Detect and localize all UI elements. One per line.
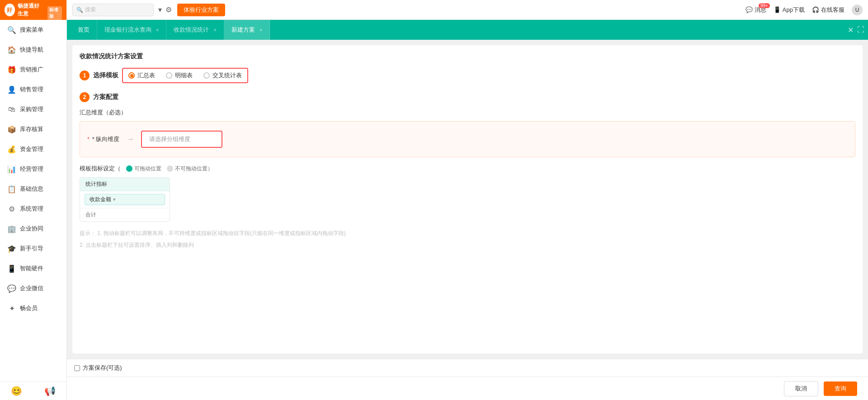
collection-amount-tag[interactable]: 收款金额 ▾ <box>85 194 165 205</box>
section2: 2 方案配置 汇总维度（必选） * * 纵向维度 → 请选择分组维度 <box>80 92 855 250</box>
stat-indicators-label: 统计指标 <box>85 180 107 188</box>
sidebar-item-label: 库存核算 <box>20 125 43 133</box>
tabbar-actions: ✕ ⛶ <box>848 26 864 34</box>
section2-header: 2 方案配置 <box>80 92 855 102</box>
hardware-icon: 📱 <box>7 264 16 273</box>
sidebar-item-label: 企业微信 <box>20 284 43 292</box>
tabbar-expand-btn[interactable]: ⛶ <box>857 26 864 34</box>
logo-icon: 好 <box>5 4 15 16</box>
radio-detail[interactable]: 明细表 <box>166 71 193 80</box>
member-icon: ✦ <box>7 304 16 313</box>
online-service-button[interactable]: 🎧 在线客服 <box>812 6 844 14</box>
content-inner: 收款情况统计方案设置 1 选择模板 汇总表 明细表 交叉统计 <box>72 45 863 353</box>
sidebar-item-guide[interactable]: 🎓 新手引导 <box>0 239 66 259</box>
tab-bank-flow-label: 现金银行流水查询 <box>104 26 151 34</box>
sidebar-item-hardware[interactable]: 📱 智能硬件 <box>0 259 66 278</box>
app-download-button[interactable]: 📱 App下载 <box>774 6 805 14</box>
query-button[interactable]: 查询 <box>824 381 857 396</box>
save-plan-input[interactable] <box>74 365 80 371</box>
draggable-legend: 可拖动位置 <box>126 165 161 173</box>
sidebar-item-enterprise[interactable]: 🏢 企业协同 <box>0 219 66 239</box>
online-service-icon: 🎧 <box>812 6 819 13</box>
sidebar-bottom-icon1[interactable]: 😊 <box>11 386 22 396</box>
sidebar-item-inventory[interactable]: 📦 库存核算 <box>0 119 66 139</box>
page-title: 收款情况统计方案设置 <box>80 52 855 61</box>
cancel-button[interactable]: 取消 <box>784 381 818 396</box>
sidebar-item-system[interactable]: ⚙ 系统管理 <box>0 199 66 219</box>
tab-new-plan-label: 新建方案 <box>231 26 255 34</box>
radio-summary-circle <box>128 72 135 79</box>
indicator-subtotal: 合计 <box>80 208 170 221</box>
sidebar-item-label: 搜索菜单 <box>20 26 43 34</box>
badge-count: 99+ <box>759 3 770 8</box>
radio-summary[interactable]: 汇总表 <box>128 71 155 80</box>
sidebar-item-operation[interactable]: 📊 经营管理 <box>0 159 66 179</box>
dim-select-box[interactable]: 请选择分组维度 <box>141 131 222 148</box>
marketing-icon: 🎁 <box>7 66 16 74</box>
content-area: 收款情况统计方案设置 1 选择模板 汇总表 明细表 交叉统计 <box>67 40 868 400</box>
sidebar-item-label: 畅会员 <box>20 304 38 312</box>
sidebar-item-base[interactable]: 📋 基础信息 <box>0 179 66 199</box>
radio-summary-label: 汇总表 <box>137 71 155 80</box>
vertical-dim-label: * * 纵向维度 <box>87 135 119 143</box>
sidebar-item-marketing[interactable]: 🎁 营销推广 <box>0 60 66 80</box>
section2-title: 方案配置 <box>93 93 118 101</box>
sidebar-item-search-menu[interactable]: 🔍 搜索菜单 <box>0 20 66 40</box>
message-button[interactable]: 💬 99+ 消息 <box>745 6 766 14</box>
sidebar-item-wechat[interactable]: 💬 企业微信 <box>0 278 66 298</box>
dim-arrow-icon: → <box>127 135 134 143</box>
dimension-block: 汇总维度（必选） * * 纵向维度 → 请选择分组维度 <box>80 108 855 157</box>
save-plan-label: 方案保存(可选) <box>83 364 122 372</box>
tab-bank-flow[interactable]: 现金银行流水查询 × <box>97 20 166 40</box>
sidebar-item-label: 新手引导 <box>20 245 43 253</box>
indicator-table: 统计指标 收款金额 ▾ 合计 <box>80 177 170 222</box>
purchase-icon: 🛍 <box>7 105 16 113</box>
draggable-dot-icon <box>126 165 132 172</box>
stat-indicators-header: 统计指标 <box>80 178 170 191</box>
section2-num: 2 <box>80 92 90 102</box>
tab-home[interactable]: 首页 <box>71 20 97 40</box>
hint-text: 提示： 1. 拖动标题栏可以调整布局，不可跨维度或指标区域拖动目字段(只能在同一… <box>80 229 855 250</box>
required-star: * <box>87 136 90 142</box>
non-draggable-dot-icon <box>167 165 173 172</box>
user-avatar[interactable]: U <box>852 5 863 15</box>
tab-new-plan[interactable]: 新建方案 × <box>224 20 270 40</box>
tab-collection-stat[interactable]: 收款情况统计 × <box>166 20 224 40</box>
topbar-right: 💬 99+ 消息 📱 App下载 🎧 在线客服 U <box>745 5 863 15</box>
save-plan-checkbox[interactable]: 方案保存(可选) <box>74 364 122 372</box>
operation-icon: 📊 <box>7 165 16 174</box>
edition-badge: 标准版 <box>47 6 62 20</box>
industry-solution-button[interactable]: 体验行业方案 <box>177 4 225 16</box>
tab-collection-stat-close[interactable]: × <box>213 27 216 33</box>
sidebar-bottom-icon2[interactable]: 📢 <box>44 386 56 396</box>
topbar-search[interactable]: 🔍 搜索 <box>72 4 154 16</box>
search-icon: 🔍 <box>76 7 83 13</box>
sidebar-item-finance[interactable]: 💰 资金管理 <box>0 139 66 159</box>
sidebar-item-member[interactable]: ✦ 畅会员 <box>0 298 66 318</box>
indicator-section: 模板指标设定（ 可拖动位置 不可拖动位置） 统计指标 <box>80 165 855 223</box>
radio-detail-label: 明细表 <box>175 71 193 80</box>
topbar-dropdown-icon[interactable]: ▾ <box>158 5 162 14</box>
sidebar-item-label: 基础信息 <box>20 185 43 193</box>
main-area: 🔍 搜索 ▾ ⚙ 体验行业方案 💬 99+ 消息 📱 App下载 🎧 在线客服 … <box>67 0 868 400</box>
topbar-gear-icon[interactable]: ⚙ <box>165 5 172 14</box>
wechat-icon: 💬 <box>7 284 16 293</box>
tab-bank-flow-close[interactable]: × <box>156 27 159 33</box>
radio-cross[interactable]: 交叉统计表 <box>203 71 242 80</box>
tab-new-plan-close[interactable]: × <box>259 27 262 33</box>
app-download-label: App下载 <box>783 6 805 14</box>
tabbar: 首页 现金银行流水查询 × 收款情况统计 × 新建方案 × ✕ ⛶ <box>67 20 868 40</box>
hint2-text: 2. 点击标题栏下拉可设置排序、插入列和删除列 <box>80 240 855 250</box>
finance-icon: 💰 <box>7 145 16 154</box>
message-icon: 💬 <box>745 6 753 13</box>
action-bar: 取消 查询 <box>67 376 868 400</box>
sidebar-item-sales[interactable]: 👤 销售管理 <box>0 80 66 99</box>
tabbar-close-btn[interactable]: ✕ <box>848 26 854 34</box>
indicator-row-amount: 收款金额 ▾ <box>80 191 170 208</box>
sidebar-item-label: 智能硬件 <box>20 264 43 273</box>
sidebar-item-purchase[interactable]: 🛍 采购管理 <box>0 99 66 119</box>
sidebar-item-quick-nav[interactable]: 🏠 快捷导航 <box>0 40 66 60</box>
enterprise-icon: 🏢 <box>7 225 16 233</box>
sidebar-item-label: 快捷导航 <box>20 46 43 54</box>
sidebar-item-label: 营销推广 <box>20 66 43 74</box>
